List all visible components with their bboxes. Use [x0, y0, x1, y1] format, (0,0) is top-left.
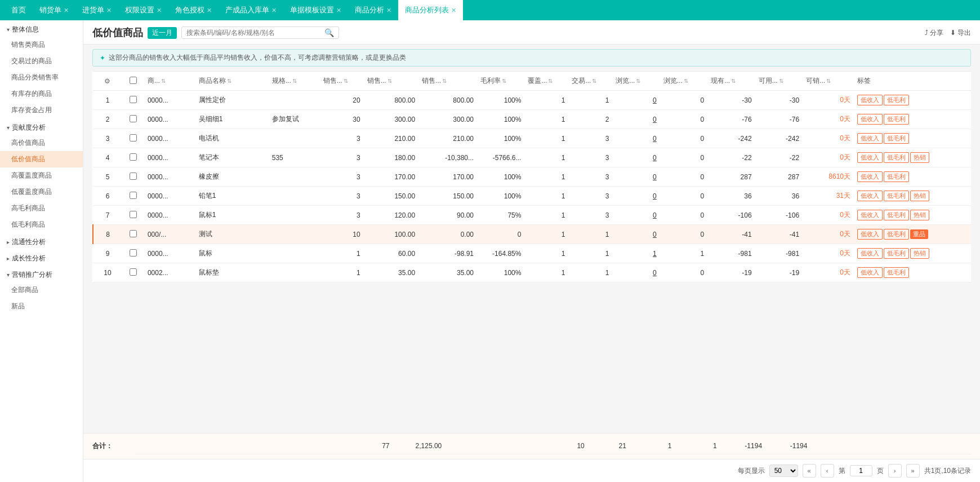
- sort-icon[interactable]: ⇅: [826, 78, 831, 84]
- browse-link[interactable]: 0: [653, 231, 657, 238]
- browse-link[interactable]: 0: [653, 192, 657, 200]
- close-icon[interactable]: ✕: [207, 7, 212, 14]
- col-header-current-stock[interactable]: 现有...⇅: [707, 72, 755, 91]
- browse-link[interactable]: 0: [653, 154, 657, 162]
- browse-link[interactable]: 1: [653, 250, 657, 258]
- col-header-name[interactable]: 商品名称⇅: [195, 72, 269, 91]
- sort-icon[interactable]: ⇅: [161, 78, 166, 84]
- nav-sales-order[interactable]: 销货单 ✕: [33, 0, 75, 20]
- sidebar-item-high-value[interactable]: 高价值商品: [0, 135, 83, 151]
- table-row[interactable]: 9 0000... 鼠标 1 60.00 -98.91 -164.85% 1 1…: [93, 244, 971, 263]
- sort-icon[interactable]: ⇅: [636, 78, 640, 84]
- sort-icon[interactable]: ⇅: [731, 78, 736, 84]
- browse-link[interactable]: 0: [653, 135, 657, 143]
- sidebar-item-all-products[interactable]: 全部商品: [0, 282, 83, 298]
- sort-icon[interactable]: ⇅: [227, 78, 231, 84]
- row-checkbox[interactable]: [122, 167, 144, 187]
- select-all-checkbox[interactable]: [130, 77, 137, 84]
- row-browse1[interactable]: 1: [612, 244, 660, 263]
- nav-product-analysis-list[interactable]: 商品分析列表 ✕: [398, 0, 463, 20]
- page-number-input[interactable]: [850, 465, 872, 476]
- close-icon[interactable]: ✕: [451, 7, 456, 14]
- browse-link[interactable]: 0: [653, 116, 657, 123]
- col-header-gross-margin[interactable]: 毛利率⇅: [477, 72, 524, 91]
- col-header-checkbox[interactable]: [122, 72, 144, 91]
- table-row[interactable]: 2 0000... 吴细细1 参加复试 30 300.00 300.00 100…: [93, 110, 971, 129]
- sort-icon[interactable]: ⇅: [292, 78, 297, 84]
- col-header-code[interactable]: 商...⇅: [144, 72, 195, 91]
- sidebar-group-growth[interactable]: ▸ 成长性分析: [0, 249, 83, 266]
- table-row[interactable]: 4 0000... 笔记本 535 3 180.00 -10,380... -5…: [93, 148, 971, 167]
- browse-link[interactable]: 0: [653, 96, 657, 104]
- sidebar-group-contribution[interactable]: ▾ 贡献度分析: [0, 118, 83, 135]
- close-icon[interactable]: ✕: [157, 7, 162, 14]
- browse-link[interactable]: 0: [653, 211, 657, 219]
- search-input[interactable]: [186, 29, 324, 37]
- row-browse1[interactable]: 0: [612, 148, 660, 167]
- browse-link[interactable]: 0: [653, 173, 657, 181]
- col-header-browse2[interactable]: 浏览...⇅: [660, 72, 707, 91]
- sidebar-group-overall[interactable]: ▾ 整体信息: [0, 20, 83, 37]
- col-header-settings[interactable]: ⚙: [93, 72, 122, 91]
- table-row[interactable]: 8 000/... 测试 10 100.00 0.00 0 1 1 0 0 -4…: [93, 225, 971, 244]
- col-header-available-stock[interactable]: 可用...⇅: [755, 72, 803, 91]
- row-checkbox[interactable]: [122, 263, 144, 282]
- first-page-button[interactable]: «: [803, 464, 816, 477]
- sidebar-item-sales-products[interactable]: 销售类商品: [0, 37, 83, 53]
- export-button[interactable]: ⬇ 导出: [950, 28, 971, 38]
- row-browse1[interactable]: 0: [612, 225, 660, 244]
- prev-page-button[interactable]: ‹: [821, 464, 834, 477]
- close-icon[interactable]: ✕: [386, 7, 391, 14]
- row-browse1[interactable]: 0: [612, 129, 660, 148]
- nav-template-settings[interactable]: 单据模板设置 ✕: [283, 0, 348, 20]
- close-icon[interactable]: ✕: [271, 7, 277, 14]
- sidebar-item-stock-products[interactable]: 有库存的商品: [0, 86, 83, 102]
- col-header-sales-amt[interactable]: 销售...⇅: [364, 72, 418, 91]
- table-row[interactable]: 1 0000... 属性定价 20 800.00 800.00 100% 1 1…: [93, 91, 971, 110]
- table-row[interactable]: 5 0000... 橡皮擦 3 170.00 170.00 100% 1 3 0…: [93, 167, 971, 187]
- nav-product-stock[interactable]: 产成品入库单 ✕: [219, 0, 283, 20]
- last-page-button[interactable]: »: [906, 464, 920, 477]
- search-icon[interactable]: 🔍: [324, 28, 334, 37]
- row-browse1[interactable]: 0: [612, 263, 660, 282]
- sidebar-item-stock-capital[interactable]: 库存资金占用: [0, 102, 83, 118]
- close-icon[interactable]: ✕: [64, 7, 69, 14]
- sidebar-item-traded-products[interactable]: 交易过的商品: [0, 53, 83, 69]
- row-checkbox[interactable]: [122, 110, 144, 129]
- sidebar-item-category-sales[interactable]: 商品分类销售率: [0, 69, 83, 86]
- next-page-button[interactable]: ›: [888, 464, 902, 477]
- share-button[interactable]: ⤴ 分享: [925, 28, 943, 38]
- row-checkbox[interactable]: [122, 91, 144, 110]
- sort-icon[interactable]: ⇅: [548, 78, 553, 84]
- sidebar-item-low-profit[interactable]: 低毛利商品: [0, 216, 83, 233]
- sort-icon[interactable]: ⇅: [592, 78, 596, 84]
- row-browse1[interactable]: 0: [612, 110, 660, 129]
- close-icon[interactable]: ✕: [336, 7, 341, 14]
- sidebar-group-marketing[interactable]: ▾ 营销推广分析: [0, 266, 83, 282]
- close-icon[interactable]: ✕: [106, 7, 112, 14]
- col-header-browse1[interactable]: 浏览...⇅: [612, 72, 660, 91]
- row-browse1[interactable]: 0: [612, 206, 660, 225]
- time-tag[interactable]: 近一月: [148, 27, 177, 39]
- row-checkbox[interactable]: [122, 129, 144, 148]
- row-checkbox[interactable]: [122, 187, 144, 206]
- nav-role-auth[interactable]: 角色授权 ✕: [168, 0, 219, 20]
- nav-product-analysis[interactable]: 商品分析 ✕: [348, 0, 398, 20]
- row-browse1[interactable]: 0: [612, 187, 660, 206]
- table-row[interactable]: 7 0000... 鼠标1 3 120.00 90.00 75% 1 3 0 0…: [93, 206, 971, 225]
- row-checkbox[interactable]: [122, 225, 144, 244]
- sort-icon[interactable]: ⇅: [442, 78, 447, 84]
- row-browse1[interactable]: 0: [612, 167, 660, 187]
- table-row[interactable]: 6 0000... 铅笔1 3 150.00 150.00 100% 1 3 0…: [93, 187, 971, 206]
- col-header-saleable[interactable]: 可销...⇅: [803, 72, 854, 91]
- sort-icon[interactable]: ⇅: [779, 78, 783, 84]
- sort-icon[interactable]: ⇅: [684, 78, 688, 84]
- sidebar-item-new-products[interactable]: 新品: [0, 298, 83, 315]
- col-header-sales-cost[interactable]: 销售...⇅: [418, 72, 477, 91]
- table-row[interactable]: 3 0000... 电话机 3 210.00 210.00 100% 1 3 0…: [93, 129, 971, 148]
- col-header-sales-qty[interactable]: 销售...⇅: [320, 72, 364, 91]
- sidebar-item-high-coverage[interactable]: 高覆盖度商品: [0, 167, 83, 184]
- col-header-coverage[interactable]: 覆盖...⇅: [524, 72, 568, 91]
- nav-permissions[interactable]: 权限设置 ✕: [118, 0, 168, 20]
- col-header-trade[interactable]: 交易...⇅: [568, 72, 612, 91]
